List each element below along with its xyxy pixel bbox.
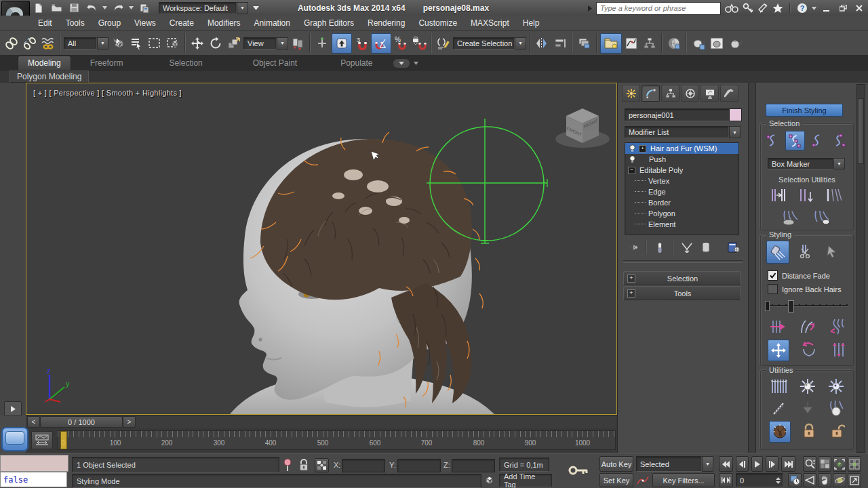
menu-maxscript[interactable]: MAXScript: [464, 16, 516, 30]
orbit-view-button[interactable]: [833, 473, 846, 487]
communication-key-icon[interactable]: [743, 3, 753, 14]
add-time-tag-field[interactable]: Add Time Tag: [499, 474, 552, 487]
recomb-hairs-button[interactable]: [769, 399, 789, 417]
ribbon-options-arrow[interactable]: [414, 62, 418, 65]
corner-dock-button[interactable]: [1, 427, 28, 451]
menu-help[interactable]: Help: [516, 16, 547, 30]
distance-fade-checkbox[interactable]: Distance Fade: [768, 270, 830, 281]
viewcube[interactable]: FRONT RIGHT: [555, 108, 610, 148]
stack-row-polygon[interactable]: Polygon: [625, 208, 738, 219]
new-key-settings-icon[interactable]: [636, 474, 650, 487]
rollout-tools[interactable]: + Tools: [623, 286, 741, 300]
select-hair-guides-button[interactable]: [764, 131, 782, 149]
close-button[interactable]: [853, 3, 865, 14]
stack-row-editable-poly[interactable]: − Editable Poly: [625, 165, 738, 176]
scrollbar-thumb[interactable]: [858, 98, 864, 164]
absolute-offset-mode-toggle[interactable]: [315, 458, 329, 472]
select-and-manipulate-button[interactable]: [313, 35, 331, 52]
maximize-viewport-toggle[interactable]: [848, 473, 861, 487]
perspective-viewport[interactable]: FRONT RIGHT z y [ + ] [ Perspective ] [ …: [26, 83, 617, 415]
configure-modifier-sets-button[interactable]: [725, 240, 743, 255]
manage-layers-button[interactable]: [576, 35, 593, 52]
show-end-result-button[interactable]: [652, 240, 668, 255]
select-hair-vertices-button[interactable]: [785, 131, 805, 150]
menu-modifiers[interactable]: Modifiers: [201, 16, 248, 30]
translate-hairs-brush[interactable]: [768, 317, 788, 337]
snaps-toggle-button[interactable]: 3: [353, 35, 370, 52]
polygon-modeling-panel-tab[interactable]: Polygon Modeling: [9, 70, 89, 83]
menu-edit[interactable]: Edit: [31, 16, 59, 30]
panel-scrollbar[interactable]: [856, 84, 865, 453]
curve-editor-button[interactable]: [623, 35, 640, 52]
tab-utilities[interactable]: [720, 85, 738, 102]
menu-animation[interactable]: Animation: [248, 16, 297, 30]
keyboard-shortcut-override-toggle[interactable]: [332, 33, 352, 54]
cut-hair-button[interactable]: [795, 241, 816, 262]
attenuate-hairs-button[interactable]: [769, 378, 789, 395]
favorites-star-icon[interactable]: [772, 3, 783, 14]
regrow-hairs-button[interactable]: [826, 399, 846, 417]
play-animation-button[interactable]: [751, 456, 763, 472]
select-hair-ends-button[interactable]: [830, 131, 848, 149]
spinner-snap-toggle[interactable]: [410, 35, 428, 52]
menu-create[interactable]: Create: [163, 16, 201, 30]
help-dropdown-arrow[interactable]: [812, 7, 816, 10]
zoom-extents-all-button[interactable]: [848, 456, 861, 472]
expand-selection-button[interactable]: [823, 186, 842, 204]
select-styling-button[interactable]: [822, 241, 844, 262]
brush-size-slider[interactable]: [765, 300, 848, 311]
collapse-minus-box[interactable]: −: [628, 167, 635, 174]
expand-plus-box[interactable]: +: [639, 145, 646, 152]
field-of-view-button[interactable]: [803, 473, 816, 487]
restore-button[interactable]: [837, 3, 849, 14]
track-bar-ruler[interactable]: 0 100 200 300 400 500 600 700 800 900 10…: [57, 430, 616, 450]
auto-key-button[interactable]: Auto Key: [599, 456, 633, 472]
key-mode-toggle[interactable]: [719, 473, 733, 487]
clump-hairs-brush[interactable]: [768, 340, 789, 361]
go-to-start-button[interactable]: [719, 456, 733, 472]
scale-hairs-brush[interactable]: [829, 340, 849, 360]
slider-handle[interactable]: [788, 300, 794, 312]
mirror-button[interactable]: [533, 35, 551, 52]
select-and-link-button[interactable]: [3, 35, 20, 52]
percent-snap-toggle[interactable]: %: [392, 35, 410, 52]
search-binoculars-icon[interactable]: [725, 3, 738, 13]
previous-frame-button[interactable]: <: [27, 416, 40, 428]
tab-create[interactable]: [622, 85, 640, 102]
tab-display[interactable]: [701, 85, 719, 102]
isolate-selection-toggle[interactable]: [282, 458, 293, 472]
bind-to-space-warp-button[interactable]: [39, 35, 57, 52]
remove-modifier-button[interactable]: [698, 240, 714, 255]
angle-snap-toggle[interactable]: [371, 33, 391, 54]
next-frame-playback-button[interactable]: [766, 456, 778, 472]
unlink-selection-button[interactable]: [21, 35, 39, 52]
hide-selected-button[interactable]: [780, 208, 800, 227]
window-crossing-toggle-button[interactable]: [164, 35, 182, 52]
lock-selected-button[interactable]: [799, 421, 819, 441]
object-color-swatch[interactable]: [729, 108, 742, 121]
set-key-button[interactable]: Set Key: [599, 473, 633, 487]
maxscript-mini-listener-input[interactable]: [0, 455, 68, 472]
time-slider-handle[interactable]: 0 / 1000: [40, 416, 123, 428]
selected-filter-arrow[interactable]: ▼: [702, 456, 713, 472]
rotate-hairs-brush[interactable]: [799, 340, 819, 360]
y-coordinate-input[interactable]: [397, 459, 441, 472]
selection-filter-dropdown[interactable]: All ▼: [64, 37, 108, 49]
tab-motion[interactable]: [681, 85, 699, 102]
lamp-on-icon[interactable]: [629, 144, 636, 152]
minimize-button[interactable]: [821, 3, 833, 14]
make-unique-button[interactable]: [679, 240, 695, 255]
menu-group[interactable]: Group: [92, 16, 127, 30]
stack-row-hair-and-fur[interactable]: + Hair and Fur (WSM): [625, 143, 738, 154]
current-frame-field[interactable]: 0: [736, 473, 783, 487]
ribbon-tab-selection[interactable]: Selection: [159, 56, 212, 70]
undo-dropdown-arrow[interactable]: [102, 1, 108, 14]
rotate-selection-button[interactable]: [796, 186, 815, 204]
redo-dropdown-arrow[interactable]: [128, 1, 134, 14]
select-and-scale-button[interactable]: [225, 35, 243, 52]
pop-zero-hairs-button[interactable]: [797, 378, 818, 395]
reference-coordinate-arrow[interactable]: ▼: [277, 37, 288, 49]
help-icon[interactable]: ?: [797, 3, 808, 14]
stack-row-push[interactable]: Push: [625, 154, 738, 165]
menu-rendering[interactable]: Rendering: [361, 16, 412, 30]
